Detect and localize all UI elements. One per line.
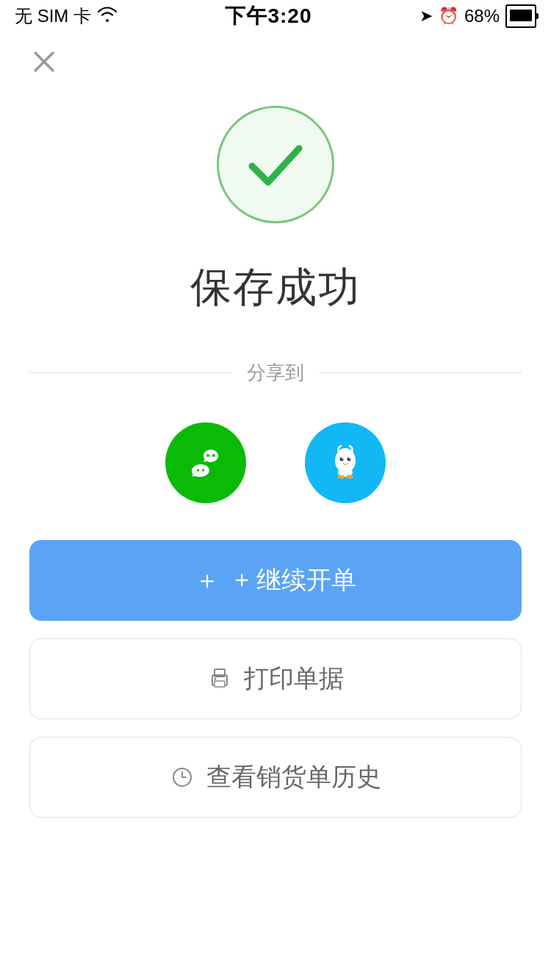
svg-rect-18 [215, 681, 225, 687]
history-icon [170, 765, 195, 790]
status-time: 下午3:20 [225, 2, 311, 30]
share-label: 分享到 [247, 360, 304, 386]
battery-label: 68% [464, 6, 500, 26]
print-label: 打印单据 [244, 662, 344, 696]
svg-point-15 [346, 475, 353, 479]
continue-label: + 继续开单 [234, 563, 356, 597]
continue-button[interactable]: ＋ + 继续开单 [29, 540, 522, 621]
svg-point-19 [215, 678, 217, 680]
status-right: ➤ ⏰ 68% [419, 4, 536, 28]
svg-point-9 [340, 458, 344, 461]
print-button[interactable]: 打印单据 [29, 638, 522, 719]
location-icon: ➤ [419, 7, 433, 26]
svg-point-11 [342, 458, 343, 459]
plus-icon: ＋ [195, 563, 220, 597]
wifi-icon [97, 6, 118, 26]
share-divider: 分享到 [29, 360, 522, 386]
svg-point-6 [202, 469, 204, 471]
qq-share-button[interactable] [305, 422, 386, 503]
print-icon [207, 666, 232, 691]
share-icons [29, 422, 522, 503]
wechat-share-button[interactable] [165, 422, 246, 503]
action-buttons: ＋ + 继续开单 打印单据 查看销货单历史 [0, 540, 551, 818]
share-section: 分享到 [0, 360, 551, 503]
alarm-icon: ⏰ [439, 7, 458, 26]
status-bar: 无 SIM 卡 下午3:20 ➤ ⏰ 68% [0, 0, 551, 32]
svg-point-12 [349, 458, 350, 459]
battery-icon [505, 4, 536, 28]
svg-point-5 [197, 469, 199, 471]
success-indicator [217, 106, 334, 223]
close-button[interactable] [22, 40, 66, 84]
svg-point-14 [337, 475, 345, 479]
history-button[interactable]: 查看销货单历史 [29, 737, 522, 818]
main-content: 保存成功 分享到 [0, 32, 551, 818]
svg-point-4 [212, 454, 215, 457]
history-label: 查看销货单历史 [206, 760, 381, 794]
status-left: 无 SIM 卡 [15, 4, 118, 28]
svg-point-10 [347, 458, 351, 461]
success-title: 保存成功 [190, 260, 361, 316]
svg-point-3 [206, 454, 209, 457]
no-sim-label: 无 SIM 卡 [15, 4, 91, 28]
